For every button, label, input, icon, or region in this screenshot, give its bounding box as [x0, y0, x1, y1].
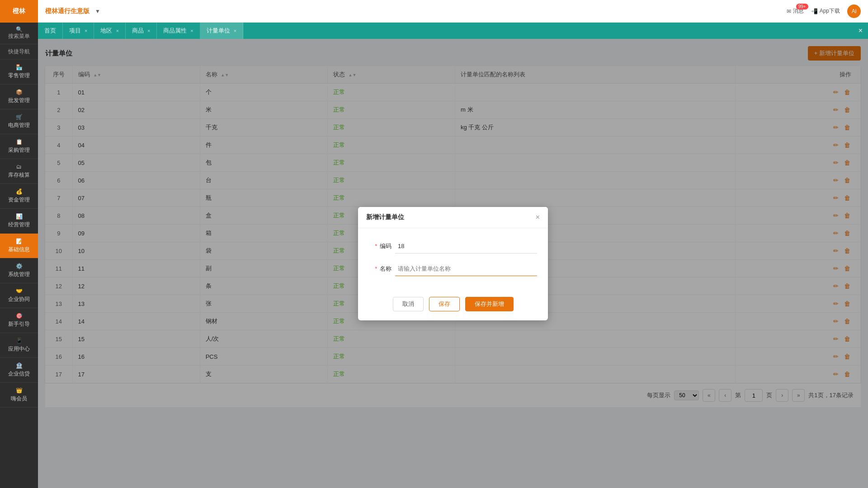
topbar-logo: 橙林通行生意版	[45, 7, 90, 15]
sidebar-search-label: 搜索菜单	[3, 33, 35, 40]
app-download-label: App下载	[820, 7, 840, 15]
search-icon: 🔍	[3, 26, 35, 33]
sidebar-item-label: 经营管理	[8, 221, 30, 229]
sidebar-item-system[interactable]: ⚙️ 系统管理	[0, 258, 38, 283]
sidebar-item-label: 库存核算	[8, 171, 30, 179]
system-icon: ⚙️	[16, 263, 23, 269]
sidebar-item-finance[interactable]: 💰 资金管理	[0, 184, 38, 209]
operations-icon: 📊	[16, 213, 23, 220]
tab-product-attr[interactable]: 商品属性 ×	[157, 23, 200, 39]
tab-product-attr-label: 商品属性	[163, 27, 187, 35]
modal-overlay: 新增计量单位 × * 编码 * 名称	[38, 39, 868, 488]
tab-region-label: 地区	[100, 27, 112, 35]
topbar: 橙林通行生意版 ▼ ✉ 消息 99+ 📲 App下载 Ai	[38, 0, 868, 23]
sidebar-item-label: 基础信息	[8, 246, 30, 253]
avatar[interactable]: Ai	[847, 5, 861, 18]
finance-icon: 💰	[16, 188, 23, 195]
sidebar-item-label: 企业协同	[8, 296, 30, 303]
sidebar-item-label: 零售管理	[8, 72, 30, 80]
sidebar: 橙林 🔍 搜索菜单 快捷导航 🏪 零售管理 📦 批发管理 🛒 电商管理 📋 采购…	[0, 0, 38, 488]
sidebar-item-ecommerce[interactable]: 🛒 电商管理	[0, 109, 38, 134]
cooperation-icon: 🤝	[16, 288, 23, 294]
sidebar-item-new-guide[interactable]: 🎯 新手引导	[0, 308, 38, 333]
avatar-text: Ai	[852, 8, 857, 14]
sidebar-item-app-center[interactable]: 📱 应用中心	[0, 333, 38, 358]
form-code-input[interactable]	[395, 239, 537, 253]
sidebar-item-label: 电商管理	[8, 122, 30, 129]
guide-icon: 🎯	[16, 313, 23, 319]
message-icon: ✉	[787, 8, 791, 14]
required-mark: *	[375, 243, 377, 249]
tab-product[interactable]: 商品 ×	[126, 23, 157, 39]
app-download-button[interactable]: 📲 App下载	[811, 7, 840, 15]
form-code-label: * 编码	[369, 242, 392, 250]
sidebar-item-basic-info[interactable]: 📝 基础信息	[0, 234, 38, 258]
tab-unit[interactable]: 计量单位 ×	[200, 23, 243, 39]
purchase-icon: 📋	[16, 139, 23, 145]
content-area: 计量单位 + 新增计量单位 序号 编码 ▲▼ 名称 ▲▼	[38, 39, 868, 488]
sidebar-item-cooperation[interactable]: 🤝 企业协同	[0, 283, 38, 308]
required-mark-name: *	[375, 265, 377, 272]
sidebar-item-enterprise-credit[interactable]: 🏦 企业信贷	[0, 358, 38, 383]
tab-unit-label: 计量单位	[207, 27, 230, 35]
tab-product-attr-close[interactable]: ×	[190, 28, 193, 33]
wholesale-icon: 📦	[16, 89, 23, 95]
sidebar-item-label: 系统管理	[8, 271, 30, 278]
credit-icon: 🏦	[16, 362, 23, 369]
inventory-icon: 🗂	[16, 164, 22, 170]
sidebar-item-label: 嗨会员	[11, 395, 27, 403]
topbar-right: ✉ 消息 99+ 📲 App下载 Ai	[787, 5, 861, 18]
tabbar: 首页 项目 × 地区 × 商品 × 商品属性 × 计量单位 × ×	[38, 23, 868, 39]
save-and-new-button[interactable]: 保存并新增	[465, 297, 514, 311]
form-name-input[interactable]	[395, 262, 537, 276]
modal-footer: 取消 保存 保存并新增	[358, 291, 548, 320]
form-name-label: * 名称	[369, 265, 392, 273]
tab-project-close[interactable]: ×	[85, 28, 87, 33]
tab-unit-close[interactable]: ×	[234, 28, 236, 33]
form-row-code: * 编码	[369, 239, 537, 253]
cancel-button[interactable]: 取消	[393, 297, 424, 311]
modal-header: 新增计量单位 ×	[358, 207, 548, 228]
sidebar-item-inventory[interactable]: 🗂 库存核算	[0, 159, 38, 184]
sidebar-item-quick-nav[interactable]: 快捷导航	[0, 44, 38, 60]
basic-info-icon: 📝	[16, 238, 23, 244]
tab-product-close[interactable]: ×	[147, 28, 150, 33]
membership-icon: 👑	[16, 387, 23, 394]
sidebar-item-label: 批发管理	[8, 97, 30, 104]
save-button[interactable]: 保存	[429, 297, 460, 311]
tab-home-label: 首页	[44, 27, 56, 35]
sidebar-item-operations[interactable]: 📊 经营管理	[0, 209, 38, 234]
app-center-icon: 📱	[16, 338, 23, 344]
tab-product-label: 商品	[132, 27, 144, 35]
tab-home[interactable]: 首页	[38, 23, 63, 39]
sidebar-item-wholesale[interactable]: 📦 批发管理	[0, 84, 38, 109]
message-button[interactable]: ✉ 消息 99+	[787, 7, 804, 15]
form-row-name: * 名称	[369, 262, 537, 276]
retail-icon: 🏪	[16, 64, 23, 70]
sidebar-item-purchase[interactable]: 📋 采购管理	[0, 134, 38, 159]
sidebar-item-retail[interactable]: 🏪 零售管理	[0, 60, 38, 84]
tab-project[interactable]: 项目 ×	[63, 23, 94, 39]
tab-region[interactable]: 地区 ×	[94, 23, 125, 39]
sidebar-item-label: 新手引导	[8, 320, 30, 328]
tab-region-close[interactable]: ×	[116, 28, 118, 33]
sidebar-item-label: 快捷导航	[8, 48, 30, 55]
add-unit-modal: 新增计量单位 × * 编码 * 名称	[358, 207, 548, 320]
logo-text: 橙林	[13, 7, 25, 15]
tabbar-close-all[interactable]: ×	[853, 27, 868, 35]
modal-title: 新增计量单位	[366, 213, 404, 221]
ecommerce-icon: 🛒	[16, 114, 23, 120]
sidebar-item-label: 企业信贷	[8, 370, 30, 378]
main-area: 橙林通行生意版 ▼ ✉ 消息 99+ 📲 App下载 Ai 首页 项目 ×	[38, 0, 868, 488]
topbar-dropdown[interactable]: ▼	[95, 8, 100, 14]
tab-project-label: 项目	[69, 27, 81, 35]
modal-body: * 编码 * 名称	[358, 228, 548, 291]
sidebar-item-label: 资金管理	[8, 196, 30, 204]
sidebar-logo: 橙林	[0, 0, 38, 23]
modal-close-button[interactable]: ×	[536, 213, 540, 221]
sidebar-item-label: 采购管理	[8, 146, 30, 154]
download-icon: 📲	[811, 8, 818, 14]
sidebar-item-membership[interactable]: 👑 嗨会员	[0, 383, 38, 408]
topbar-left: 橙林通行生意版 ▼	[45, 7, 100, 15]
sidebar-item-search[interactable]: 🔍 搜索菜单	[0, 23, 38, 44]
